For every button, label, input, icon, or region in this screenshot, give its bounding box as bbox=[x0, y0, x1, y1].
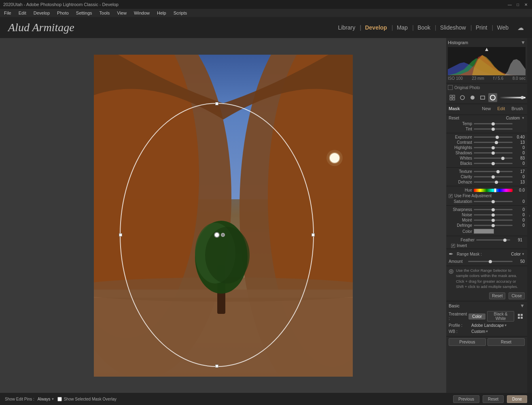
tool-grid-icon[interactable] bbox=[448, 93, 457, 102]
treatment-bw-button[interactable]: Black & White bbox=[487, 311, 514, 322]
panel-reset-button[interactable]: Reset bbox=[489, 292, 505, 299]
range-mask-value-text: Color bbox=[511, 252, 521, 256]
titlebar-title: 2020Utah - Adobe Photoshop Lightroom Cla… bbox=[3, 2, 119, 7]
slider-whites-track[interactable] bbox=[474, 158, 513, 159]
slider-texture-track[interactable] bbox=[474, 171, 513, 172]
menu-window[interactable]: Window bbox=[133, 11, 150, 15]
menu-view[interactable]: View bbox=[116, 11, 127, 15]
menu-tools[interactable]: Tools bbox=[99, 11, 111, 15]
slider-dehaze-track[interactable] bbox=[474, 181, 513, 183]
slider-defringe-track[interactable] bbox=[474, 225, 513, 226]
grid-view-icon[interactable] bbox=[518, 314, 523, 319]
reset-button[interactable]: Reset bbox=[483, 395, 504, 403]
hue-bar[interactable] bbox=[474, 189, 513, 192]
slider-clarity-track[interactable] bbox=[474, 176, 513, 177]
slider-texture-thumb[interactable] bbox=[496, 170, 500, 173]
done-button[interactable]: Done bbox=[507, 395, 527, 403]
profile-value[interactable]: Adobe Landscape ▼ bbox=[471, 323, 525, 328]
amount-slider-thumb[interactable] bbox=[489, 260, 492, 263]
range-mask-value[interactable]: Color ▼ bbox=[511, 252, 525, 256]
slider-noise-track[interactable] bbox=[474, 214, 513, 215]
wb-value[interactable]: Custom ▼ bbox=[471, 329, 525, 334]
mask-edit-button[interactable]: Edit bbox=[496, 106, 507, 111]
show-overlay-checkbox[interactable] bbox=[57, 397, 62, 401]
svg-rect-15 bbox=[450, 95, 452, 97]
slider-tint-track[interactable] bbox=[474, 128, 513, 130]
nav-library[interactable]: Library bbox=[333, 24, 360, 31]
cloud-icon[interactable]: ☁ bbox=[517, 24, 524, 32]
panel-reset-all-button[interactable]: Reset bbox=[487, 338, 525, 346]
menu-help[interactable]: Help bbox=[156, 11, 167, 15]
mask-brush-button[interactable]: Brush bbox=[510, 106, 525, 111]
color-swatch[interactable] bbox=[474, 229, 494, 234]
tool-circle-filled-icon[interactable] bbox=[468, 93, 477, 102]
amount-slider-track[interactable] bbox=[468, 261, 513, 262]
slider-saturation-thumb[interactable] bbox=[492, 200, 495, 203]
slider-saturation-value: 0 bbox=[514, 199, 525, 204]
original-photo-checkbox[interactable] bbox=[448, 85, 453, 90]
slider-shadows-track[interactable] bbox=[474, 152, 513, 153]
reset-value-container[interactable]: Custom ▼ bbox=[506, 116, 525, 120]
basic-collapse-arrow[interactable]: ▼ bbox=[520, 303, 525, 309]
tool-opacity-slider[interactable] bbox=[500, 97, 526, 98]
histogram-collapse-arrow[interactable]: ▼ bbox=[521, 40, 526, 45]
fine-adjustment-checkbox[interactable]: ✓ bbox=[449, 194, 453, 198]
slider-highlights-thumb[interactable] bbox=[492, 146, 495, 149]
slider-blacks-track[interactable] bbox=[474, 163, 513, 164]
panel-previous-button[interactable]: Previous bbox=[449, 338, 486, 346]
nav-slideshow[interactable]: Slideshow bbox=[435, 24, 471, 31]
slider-clarity-thumb[interactable] bbox=[492, 175, 495, 179]
previous-button[interactable]: Previous bbox=[453, 395, 479, 403]
slider-contrast-track[interactable] bbox=[474, 142, 513, 143]
mask-new-button[interactable]: New bbox=[480, 106, 492, 111]
slider-blacks-thumb[interactable] bbox=[492, 162, 495, 165]
hue-thumb[interactable] bbox=[494, 188, 496, 192]
slider-feather-track[interactable] bbox=[476, 239, 510, 241]
slider-tint-thumb[interactable] bbox=[492, 128, 495, 131]
menu-scripts[interactable]: Scripts bbox=[173, 11, 188, 15]
invert-checkbox[interactable]: ✓ bbox=[451, 244, 455, 248]
show-overlay-label[interactable]: Show Selected Mask Overlay bbox=[57, 397, 117, 401]
slider-temp-track[interactable] bbox=[474, 123, 513, 124]
menu-settings[interactable]: Settings bbox=[75, 11, 93, 15]
slider-moire-thumb[interactable] bbox=[492, 219, 495, 222]
slider-moire-track[interactable] bbox=[474, 220, 513, 221]
slider-noise-thumb[interactable] bbox=[492, 213, 495, 217]
tool-rect-icon[interactable] bbox=[478, 93, 487, 102]
minimize-button[interactable]: — bbox=[507, 2, 513, 7]
maximize-button[interactable]: □ bbox=[515, 2, 521, 7]
always-dropdown[interactable]: Always ▼ bbox=[38, 397, 55, 401]
menu-edit[interactable]: Edit bbox=[18, 11, 27, 15]
nav-develop[interactable]: Develop bbox=[360, 24, 392, 31]
slider-exposure-track[interactable] bbox=[474, 136, 513, 138]
nav-web[interactable]: Web bbox=[492, 24, 513, 31]
nav-map[interactable]: Map bbox=[392, 24, 413, 31]
image-area[interactable] bbox=[0, 38, 446, 393]
panel-close-button[interactable]: Close bbox=[509, 292, 525, 299]
slider-feather-thumb[interactable] bbox=[503, 239, 507, 242]
slider-sharpness-thumb[interactable] bbox=[492, 208, 495, 211]
slider-shadows-thumb[interactable] bbox=[492, 151, 495, 155]
menu-photo[interactable]: Photo bbox=[56, 11, 70, 15]
slider-whites-thumb[interactable] bbox=[501, 157, 504, 160]
slider-exposure-thumb[interactable] bbox=[496, 136, 499, 139]
slider-defringe-thumb[interactable] bbox=[492, 224, 495, 227]
menu-file[interactable]: File bbox=[3, 11, 12, 15]
slider-dehaze-thumb[interactable] bbox=[495, 181, 498, 184]
slider-sharpness-track[interactable] bbox=[474, 209, 513, 210]
nav-print[interactable]: Print bbox=[471, 24, 492, 31]
close-button[interactable]: ✕ bbox=[523, 2, 529, 7]
slider-saturation-track[interactable] bbox=[474, 201, 513, 202]
tool-circle-icon[interactable] bbox=[458, 93, 467, 102]
slider-contrast-thumb[interactable] bbox=[495, 141, 498, 144]
menu-develop[interactable]: Develop bbox=[33, 11, 51, 15]
tool-circle-large-icon[interactable] bbox=[488, 93, 497, 102]
slider-temp-thumb[interactable] bbox=[492, 122, 495, 126]
nav-book[interactable]: Book bbox=[413, 24, 435, 31]
eyedropper-icon[interactable]: ✒ bbox=[449, 251, 455, 257]
info-sample-icon[interactable]: ◎ bbox=[449, 268, 454, 274]
slider-clarity-value: 0 bbox=[514, 175, 525, 179]
slider-highlights-track[interactable] bbox=[474, 147, 513, 148]
treatment-color-button[interactable]: Color bbox=[468, 313, 485, 320]
panel-edge[interactable]: › bbox=[527, 38, 532, 393]
